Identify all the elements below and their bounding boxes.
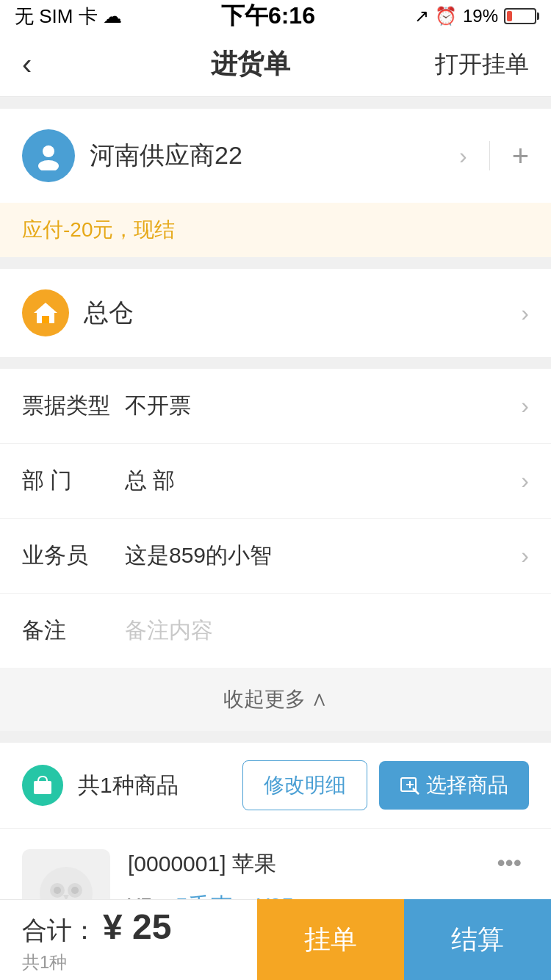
divider xyxy=(489,141,490,170)
svg-point-13 xyxy=(71,887,79,894)
location-icon: ↗ xyxy=(414,6,429,26)
open-hang-button[interactable]: 打开挂单 xyxy=(435,48,529,81)
department-label: 部 门 xyxy=(22,466,118,496)
chevron-right-icon: › xyxy=(521,392,529,419)
products-count: 共1种商品 xyxy=(78,771,242,801)
select-product-button[interactable]: 选择商品 xyxy=(379,761,529,810)
warehouse-section[interactable]: 总仓 › xyxy=(0,269,551,357)
remark-label: 备注 xyxy=(22,616,118,646)
products-icon xyxy=(22,765,63,806)
battery-percent: 19% xyxy=(463,6,498,26)
alarm-icon: ⏰ xyxy=(435,6,457,26)
collapse-label: 收起更多 ∧ xyxy=(223,688,328,710)
salesperson-label: 业务员 xyxy=(22,541,118,571)
product-more-button[interactable]: ••• xyxy=(489,849,529,876)
remark-input[interactable]: 备注内容 xyxy=(118,616,529,646)
page-title: 进货单 xyxy=(211,46,290,82)
total-amount: ¥ 25 xyxy=(103,907,171,947)
supplier-name: 河南供应商22 xyxy=(90,139,459,173)
bottom-bar: 合计： ¥ 25 共1种 挂单 结算 xyxy=(0,899,551,980)
total-label: 合计： xyxy=(22,914,97,948)
select-product-label: 选择商品 xyxy=(426,771,508,799)
back-button[interactable]: ‹ xyxy=(22,48,66,81)
svg-point-1 xyxy=(38,160,59,170)
ticket-type-value: 不开票 xyxy=(118,391,521,421)
warehouse-name: 总仓 xyxy=(84,296,521,330)
chevron-right-icon: › xyxy=(459,143,467,170)
supplier-notice: 应付-20元，现结 xyxy=(0,203,551,257)
product-name: [0000001] 苹果 xyxy=(128,849,489,879)
status-time: 下午6:16 xyxy=(221,0,315,32)
warehouse-icon xyxy=(22,289,69,336)
hang-button[interactable]: 挂单 xyxy=(257,899,404,980)
chevron-right-icon: › xyxy=(521,467,529,494)
status-right: ↗ ⏰ 19% xyxy=(414,6,536,26)
add-supplier-button[interactable]: + xyxy=(512,140,529,173)
total-main: 合计： ¥ 25 xyxy=(22,907,235,948)
ticket-type-label: 票据类型 xyxy=(22,391,118,421)
checkout-button[interactable]: 结算 xyxy=(404,899,551,980)
form-section: 票据类型 不开票 › 部 门 总 部 › 业务员 这是859的小智 › 备注 备… xyxy=(0,369,551,668)
nav-bar: ‹ 进货单 打开挂单 xyxy=(0,32,551,97)
products-header: 共1种商品 修改明细 选择商品 xyxy=(0,743,551,829)
battery-icon xyxy=(504,8,536,24)
total-sub: 共1种 xyxy=(22,951,235,974)
department-value: 总 部 xyxy=(118,466,521,496)
supplier-row[interactable]: 河南供应商22 › + xyxy=(0,109,551,203)
sim-signal: 无 SIM 卡 ☁ xyxy=(15,4,122,29)
total-area: 合计： ¥ 25 共1种 xyxy=(0,899,257,980)
status-bar: 无 SIM 卡 ☁ 下午6:16 ↗ ⏰ 19% xyxy=(0,0,551,32)
collapse-bar[interactable]: 收起更多 ∧ xyxy=(0,668,551,731)
supplier-section: 河南供应商22 › + 应付-20元，现结 xyxy=(0,109,551,257)
svg-rect-4 xyxy=(34,781,51,794)
svg-rect-3 xyxy=(42,316,49,323)
edit-detail-button[interactable]: 修改明细 xyxy=(242,760,367,810)
salesperson-row[interactable]: 业务员 这是859的小智 › xyxy=(0,519,551,594)
department-row[interactable]: 部 门 总 部 › xyxy=(0,444,551,519)
status-left: 无 SIM 卡 ☁ xyxy=(15,4,122,29)
ticket-type-row[interactable]: 票据类型 不开票 › xyxy=(0,369,551,444)
supplier-avatar xyxy=(22,129,75,182)
chevron-right-icon: › xyxy=(521,300,529,327)
remark-row[interactable]: 备注 备注内容 xyxy=(0,594,551,668)
supplier-actions: › + xyxy=(459,140,529,173)
svg-point-12 xyxy=(54,887,61,894)
salesperson-value: 这是859的小智 xyxy=(118,541,521,571)
svg-point-0 xyxy=(43,145,54,157)
chevron-right-icon: › xyxy=(521,542,529,569)
